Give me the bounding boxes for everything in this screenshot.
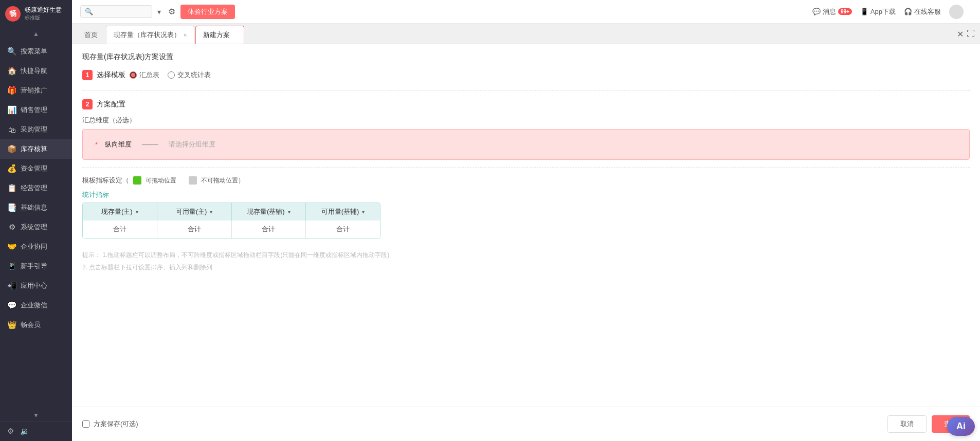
sidebar-item-operation[interactable]: 📋 经营管理 (0, 178, 72, 198)
metric-col-1[interactable]: 现存量(主) ▾ (83, 203, 157, 220)
sidebar-item-wechat[interactable]: 💬 企业微信 (0, 296, 72, 315)
service-label: 在线客服 (914, 7, 941, 16)
tab-expand-button[interactable]: ⛶ (967, 29, 975, 39)
cancel-button[interactable]: 取消 (887, 415, 927, 433)
message-label: 消息 (823, 7, 836, 16)
metric-col-2-chevron[interactable]: ▾ (210, 209, 212, 215)
sidebar-item-purchase[interactable]: 🛍 采购管理 (0, 120, 72, 139)
stat-label: 统计指标 (82, 190, 970, 199)
member-icon: 👑 (7, 320, 16, 329)
metric-col-3[interactable]: 现存量(基辅) ▾ (232, 203, 306, 220)
template-cross-radio[interactable] (168, 71, 175, 79)
sidebar-item-finance[interactable]: 💰 资金管理 (0, 159, 72, 178)
topbar-right: 💬 消息 99+ 📱 App下载 🎧 在线客服 (812, 5, 972, 19)
settings-footer-icon[interactable]: ⚙ (7, 427, 14, 436)
metric-col-4[interactable]: 可用量(基辅) ▾ (306, 203, 380, 220)
basic-icon: 📑 (7, 203, 16, 212)
sidebar-item-contract[interactable]: 🤝 企业协同 (0, 237, 72, 256)
app-name: 畅康通好生意 (25, 6, 62, 14)
save-checkbox[interactable] (82, 420, 89, 428)
sidebar-item-appcenter[interactable]: 📲 应用中心 (0, 276, 72, 296)
sidebar-item-system[interactable]: ⚙ 系统管理 (0, 217, 72, 237)
tip-2: 2. 点击标题栏下拉可设置排序、插入列和删除列 (82, 264, 212, 271)
sidebar-scroll-down[interactable]: ▼ (0, 410, 72, 421)
service-icon: 🎧 (904, 8, 912, 15)
template-options: 汇总表 交叉统计表 (130, 70, 211, 80)
gift-icon: 🎁 (7, 86, 16, 95)
dim-placeholder: 请选择分组维度 (169, 140, 215, 149)
sidebar-item-label: 基础信息 (21, 203, 47, 212)
template-summary-option[interactable]: 汇总表 (130, 70, 159, 80)
metric-table: 现存量(主) ▾ 可用量(主) ▾ 现存量(基辅) ▾ (82, 203, 380, 238)
sidebar-scroll-up[interactable]: ▲ (0, 28, 72, 40)
section1-title: 选择模板 (97, 70, 125, 80)
purchase-icon: 🛍 (7, 125, 16, 134)
metric-col-1-label: 现存量(主) (101, 207, 133, 216)
sidebar-item-label: 新手引导 (21, 262, 47, 271)
metric-col-3-chevron[interactable]: ▾ (288, 209, 291, 215)
online-service-button[interactable]: 🎧 在线客服 (904, 7, 941, 16)
metric-col-4-chevron[interactable]: ▾ (362, 209, 365, 215)
sidebar-item-marketing[interactable]: 🎁 营销推广 (0, 81, 72, 100)
sidebar-item-label: 销售管理 (21, 105, 47, 115)
search-input[interactable] (96, 8, 142, 15)
app-edition: 标准版 (25, 14, 62, 22)
sidebar-item-basic[interactable]: 📑 基础信息 (0, 198, 72, 217)
template-summary-radio[interactable] (130, 71, 137, 79)
tab-inventory[interactable]: 现存量（库存状况表） × (106, 26, 194, 44)
metric-table-body: 合计 合计 合计 合计 (83, 220, 380, 238)
sidebar-item-label: 营销推广 (21, 86, 47, 95)
tab-inventory-close[interactable]: × (184, 32, 187, 38)
sidebar-item-newbie[interactable]: 📱 新手引导 (0, 256, 72, 276)
metric-cell-4: 合计 (306, 220, 380, 238)
tab-new-scheme[interactable]: 新建方案 × (195, 26, 244, 44)
message-button[interactable]: 💬 消息 99+ (812, 7, 852, 16)
metric-col-1-chevron[interactable]: ▾ (136, 209, 138, 215)
metric-col-2[interactable]: 可用量(主) ▾ (157, 203, 232, 220)
ai-fab-button[interactable]: Ai (947, 417, 975, 436)
sidebar-item-label: 企业微信 (21, 301, 47, 310)
trial-industry-button[interactable]: 体验行业方案 (180, 5, 235, 19)
tips-area: 提示： 1.拖动标题栏可以调整布局，不可跨维度或指标区域拖动栏目字段(只能在同一… (82, 249, 970, 273)
sidebar-item-label: 企业协同 (21, 242, 47, 251)
topbar: 🔍 ▾ ⚙ 体验行业方案 💬 消息 99+ 📱 App下载 🎧 在线客服 (72, 0, 980, 24)
metric-settings: 模板指标设定（ 可拖动位置 不可拖动位置） 统计指标 现存量(主) ▾ (82, 176, 970, 238)
sidebar-item-label: 快捷导航 (21, 66, 47, 76)
app-download-label: App下载 (870, 7, 896, 16)
system-icon: ⚙ (7, 223, 16, 232)
message-badge: 99+ (838, 8, 852, 15)
dim-name: 纵向维度 (105, 140, 132, 149)
template-summary-label: 汇总表 (139, 70, 159, 80)
metric-cell-3: 合计 (232, 220, 306, 238)
page-title: 现存量(库存状况表)方案设置 (82, 52, 970, 62)
wechat-icon: 💬 (7, 301, 16, 310)
topbar-search-box[interactable]: 🔍 (80, 5, 152, 18)
metric-col-4-label: 可用量(基辅) (321, 207, 359, 216)
section1-num: 1 (82, 70, 93, 80)
topbar-dropdown-icon[interactable]: ▾ (157, 8, 161, 16)
app-download-button[interactable]: 📱 App下载 (860, 7, 896, 16)
main-area: 🔍 ▾ ⚙ 体验行业方案 💬 消息 99+ 📱 App下载 🎧 在线客服 (72, 0, 980, 441)
sidebar-item-member[interactable]: 👑 畅会员 (0, 315, 72, 335)
save-label[interactable]: 方案保存(可选) (94, 419, 138, 429)
sound-footer-icon[interactable]: 🔉 (20, 427, 30, 436)
search-icon: 🔍 (85, 8, 93, 15)
sidebar-item-label: 资金管理 (21, 164, 47, 173)
sidebar-item-search[interactable]: 🔍 搜索菜单 (0, 42, 72, 61)
tip-1: 1.拖动标题栏可以调整布局，不可跨维度或指标区域拖动栏目字段(只能在同一维度或指… (102, 251, 389, 259)
template-cross-option[interactable]: 交叉统计表 (168, 70, 211, 80)
operation-icon: 📋 (7, 183, 16, 193)
user-avatar[interactable] (949, 5, 964, 19)
topbar-settings-icon[interactable]: ⚙ (168, 7, 175, 16)
appcenter-icon: 📲 (7, 281, 16, 290)
draggable-badge (133, 176, 141, 185)
tab-home[interactable]: 首页 (77, 26, 105, 44)
sidebar-item-sales[interactable]: 📊 销售管理 (0, 100, 72, 120)
sidebar-item-nav[interactable]: 🏠 快捷导航 (0, 61, 72, 81)
sidebar-item-inventory[interactable]: 📦 库存核算 (0, 139, 72, 159)
tab-new-close[interactable]: × (233, 32, 236, 38)
dim-box[interactable]: * 纵向维度 —— 请选择分组维度 (82, 129, 970, 160)
metric-col-2-label: 可用量(主) (176, 207, 207, 216)
search-icon: 🔍 (7, 47, 16, 56)
tab-close-button[interactable]: ✕ (957, 29, 964, 39)
